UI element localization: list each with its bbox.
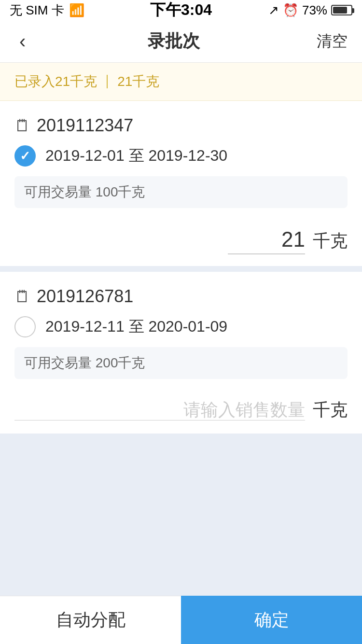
battery-percent: 73% [302,3,327,18]
location-icon: ↗ [268,3,279,18]
batch-2-unit: 千克 [313,398,348,422]
batch-2-available: 可用交易量 200千克 [14,347,348,379]
batch-1-row[interactable]: 2019-12-01 至 2019-12-30 [0,140,362,171]
batch-1-quantity-row: 千克 [0,218,362,266]
info-divider [107,75,108,88]
batch-1-radio[interactable] [14,145,36,167]
batch-2-quantity-input[interactable] [14,400,305,420]
bottom-bar: 自动分配 确定 [0,596,362,644]
batch-2-row[interactable]: 2019-12-11 至 2020-01-09 [0,311,362,342]
batch-2-icon: 🗒 [14,287,31,306]
status-left: 无 SIM 卡 📶 [10,2,84,19]
batch-1-quantity-input[interactable] [228,227,305,254]
wifi-icon: 📶 [69,3,84,18]
alarm-icon: ⏰ [283,3,298,18]
batch-2-radio[interactable] [14,316,36,337]
separator-1 [0,266,362,272]
batch-2-number: 2019126781 [37,286,133,307]
separator-2 [0,434,362,439]
batch-card-2: 🗒 2019126781 2019-12-11 至 2020-01-09 可用交… [0,272,362,434]
amount-value: 21千克 [117,72,159,91]
auto-distribute-button[interactable]: 自动分配 [0,596,181,644]
clear-button[interactable]: 清空 [317,31,348,52]
battery-icon [331,5,352,15]
batch-2-date-range: 2019-12-11 至 2020-01-09 [45,316,227,337]
status-bar: 无 SIM 卡 📶 下午3:04 ↗ ⏰ 73% [0,0,362,20]
info-banner: 已录入21千克 21千克 [0,63,362,101]
batch-card-1: 🗒 2019112347 2019-12-01 至 2019-12-30 可用交… [0,101,362,266]
status-time: 下午3:04 [150,0,212,21]
back-button[interactable]: ‹ [14,26,30,57]
batch-1-header: 🗒 2019112347 [0,101,362,140]
batch-2-header: 🗒 2019126781 [0,272,362,311]
batch-1-number: 2019112347 [37,115,133,136]
batch-1-icon: 🗒 [14,116,31,135]
carrier-text: 无 SIM 卡 [10,2,64,19]
batch-1-unit: 千克 [313,229,348,253]
nav-bar: ‹ 录批次 清空 [0,20,362,63]
page-title: 录批次 [148,29,200,53]
batch-1-available: 可用交易量 100千克 [14,176,348,208]
confirm-button[interactable]: 确定 [181,596,362,644]
batch-2-quantity-row: 千克 [0,389,362,434]
recorded-amount: 已录入21千克 [14,72,97,91]
status-right: ↗ ⏰ 73% [268,3,352,18]
batch-1-date-range: 2019-12-01 至 2019-12-30 [45,145,227,167]
